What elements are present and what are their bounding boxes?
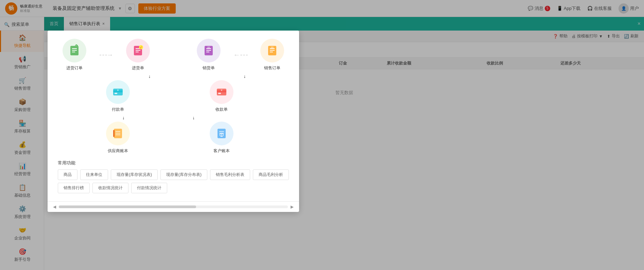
- svg-rect-22: [115, 93, 117, 94]
- common-functions-title: 常用功能: [58, 160, 289, 166]
- scroll-right-arrow[interactable]: ▶: [291, 204, 294, 209]
- func-btn-stock-dist[interactable]: 现存量(库存分布表): [160, 169, 207, 180]
- function-buttons-row2: 销售排行榜 收款情况统计 付款情况统计: [58, 183, 289, 193]
- flow-diagram: 进货订单 - - -→ ✓ 进货单: [58, 39, 289, 157]
- svg-rect-32: [113, 130, 115, 137]
- arrow-down-payment: ↓: [122, 115, 125, 120]
- customer-ledger-circle: [210, 122, 233, 145]
- receipt-label: 收款单: [215, 107, 228, 112]
- func-btn-product[interactable]: 商品: [58, 169, 77, 180]
- purchase-order-circle: [63, 39, 86, 62]
- flow-node-sales-order[interactable]: 销售订单: [260, 39, 284, 71]
- func-btn-receipt-stats[interactable]: 收款情况统计: [92, 183, 128, 193]
- arrow-down-receipt: ↓: [193, 115, 195, 120]
- flow-node-purchase-bill[interactable]: ✓ 进货单: [126, 39, 150, 71]
- arrow-sales-order-to-bill: ←- - -: [230, 51, 250, 59]
- func-btn-stock-status[interactable]: 现存量(库存状况表): [111, 169, 158, 180]
- supplier-ledger-label: 供应商账本: [108, 148, 128, 154]
- svg-text:¥: ¥: [117, 89, 119, 92]
- payment-label: 付款单: [112, 107, 124, 112]
- arrow-purchase-order-to-bill: - - -→: [96, 51, 117, 59]
- sales-order-circle: [260, 39, 284, 62]
- flow-modal: 进货订单 - - -→ ✓ 进货单: [48, 31, 299, 212]
- arrow-down-purchase: ↓: [136, 74, 163, 79]
- func-btn-partner[interactable]: 往来单位: [80, 169, 108, 180]
- flow-node-receipt[interactable]: ¥ 收款单: [210, 80, 233, 112]
- payment-circle: ¥: [106, 80, 130, 104]
- scroll-left-arrow[interactable]: ◀: [53, 204, 56, 209]
- svg-text:¥: ¥: [221, 89, 223, 92]
- scroll-track[interactable]: [59, 205, 288, 208]
- func-btn-product-margin[interactable]: 商品毛利分析: [253, 169, 289, 180]
- purchase-order-label: 进货订单: [66, 65, 83, 71]
- sales-bill-label: 销货单: [203, 65, 215, 71]
- func-btn-sales-rank[interactable]: 销售排行榜: [58, 183, 90, 193]
- flow-node-payment[interactable]: ¥ 付款单: [106, 80, 130, 112]
- flow-node-sales-bill[interactable]: 销货单: [197, 39, 221, 71]
- svg-rect-28: [114, 129, 122, 138]
- scroll-thumb: [59, 205, 196, 208]
- purchase-bill-label: 进货单: [132, 65, 144, 71]
- purchase-bill-circle: ✓: [126, 39, 150, 62]
- modal-scrollbar[interactable]: ◀ ▶: [48, 201, 299, 212]
- arrow-down-sales: ↓: [231, 74, 258, 79]
- flow-node-supplier-ledger[interactable]: 供应商账本: [106, 122, 130, 154]
- svg-rect-19: [271, 47, 274, 48]
- func-btn-payment-stats[interactable]: 付款情况统计: [131, 183, 167, 193]
- function-buttons: 商品 往来单位 现存量(库存状况表) 现存量(库存分布表) 销售毛利分析表 商品…: [58, 169, 289, 180]
- receipt-circle: ¥: [210, 80, 233, 104]
- sales-bill-circle: [197, 39, 221, 62]
- svg-text:✓: ✓: [140, 46, 142, 49]
- customer-ledger-label: 客户账本: [213, 148, 230, 154]
- sales-order-label: 销售订单: [264, 65, 280, 71]
- modal-body: 进货订单 - - -→ ✓ 进货单: [48, 31, 299, 201]
- func-btn-sales-margin[interactable]: 销售毛利分析表: [210, 169, 250, 180]
- overlay[interactable]: 进货订单 - - -→ ✓ 进货单: [0, 0, 644, 270]
- supplier-ledger-circle: [106, 122, 130, 145]
- flow-node-purchase-order[interactable]: 进货订单: [63, 39, 86, 71]
- common-functions: 常用功能 商品 往来单位 现存量(库存状况表) 现存量(库存分布表) 销售毛利分…: [58, 160, 289, 193]
- flow-node-customer-ledger[interactable]: 客户账本: [210, 122, 233, 154]
- svg-rect-14: [207, 47, 210, 48]
- svg-rect-26: [218, 93, 221, 94]
